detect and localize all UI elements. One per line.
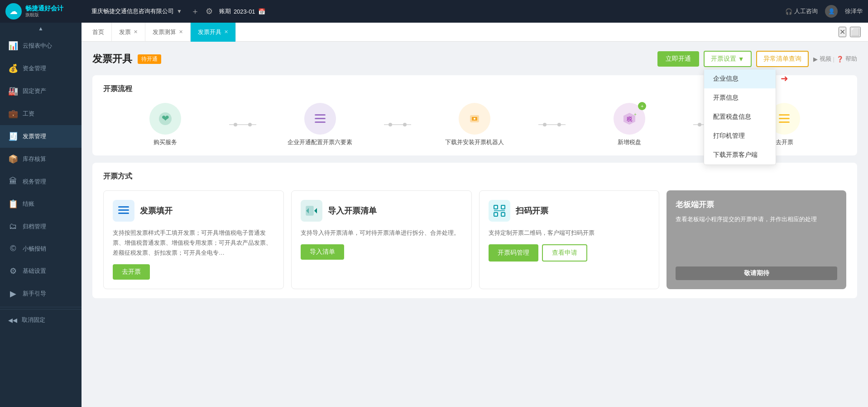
sidebar-item-jiezhang[interactable]: 📋 结账 bbox=[0, 193, 82, 215]
avatar: 👤 bbox=[825, 5, 838, 18]
accounting-period: 账期 2023-01 📅 bbox=[219, 7, 265, 15]
sidebar-item-kucun[interactable]: 📦 库存核算 bbox=[0, 148, 82, 170]
tab-fapiao[interactable]: 发票 ✕ bbox=[112, 23, 145, 42]
main-panel: 首页 发票 ✕ 发票测算 ✕ 发票开具 ✕ ✕ ⬜ 发票开具 bbox=[82, 23, 868, 407]
chevron-down-icon: ▼ bbox=[177, 8, 182, 15]
flow-icon-4: 税+ + bbox=[614, 103, 645, 135]
tab-home-label: 首页 bbox=[92, 28, 104, 36]
dropdown-tax-disk-label: 配置税盘信息 bbox=[713, 113, 751, 120]
settings-icon[interactable]: ⚙ bbox=[206, 6, 213, 16]
svg-rect-11 bbox=[779, 114, 790, 116]
archive-icon: 🗂 bbox=[8, 222, 18, 231]
sidebar-item-gongzi[interactable]: 💼 工资 bbox=[0, 102, 82, 125]
svg-rect-13 bbox=[779, 121, 790, 123]
headset-icon: 🎧 bbox=[785, 8, 792, 15]
scan-view-button[interactable]: 查看申请 bbox=[542, 244, 587, 262]
sidebar-unpin-button[interactable]: ◀◀ 取消固定 bbox=[0, 309, 82, 330]
chart-icon: 📊 bbox=[8, 41, 18, 51]
flow-connector-2 bbox=[384, 124, 411, 125]
dropdown-download-client-label: 下载开票客户端 bbox=[713, 151, 758, 158]
tab-home[interactable]: 首页 bbox=[85, 23, 112, 42]
svg-text:❤: ❤ bbox=[161, 113, 169, 123]
sidebar-scroll-up[interactable]: ▲ bbox=[0, 23, 82, 34]
period-value: 2023-01 bbox=[234, 8, 255, 15]
logo-icon: ☁ bbox=[5, 3, 22, 19]
sidebar-item-guidang[interactable]: 🗂 归档管理 bbox=[0, 215, 82, 237]
sidebar-label-gudingzichan: 固定资产 bbox=[23, 87, 46, 95]
flow-icon-1: ❤ bbox=[149, 103, 181, 135]
dropdown-item-tax-disk[interactable]: 配置税盘信息 bbox=[704, 107, 776, 126]
calendar-icon[interactable]: 📅 bbox=[258, 8, 265, 15]
flow-step-2: 企业开通配置开票六要素 bbox=[258, 103, 382, 146]
sidebar-item-jichushezhi[interactable]: ⚙ 基础设置 bbox=[0, 260, 82, 282]
settings-dropdown-button[interactable]: 开票设置 ▼ bbox=[704, 51, 752, 67]
add-tab-button[interactable]: ＋ bbox=[191, 6, 199, 17]
tab-fapiao-label: 发票 bbox=[119, 28, 131, 36]
factory-icon: 🏭 bbox=[8, 86, 18, 96]
close-tab-button[interactable]: ✕ bbox=[839, 27, 846, 37]
gov-icon: 🏛 bbox=[8, 177, 18, 186]
method-header-import: 导入开票清单 bbox=[301, 200, 462, 222]
svg-point-7 bbox=[474, 118, 475, 120]
dropdown-item-download-client[interactable]: 下载开票客户端 bbox=[704, 145, 776, 165]
fill-desc: 支持按照发票样式手工填开发票；可开具增值税电子普通发票、增值税普通发票、增值税专… bbox=[113, 228, 274, 258]
boss-title: 老板端开票 bbox=[676, 199, 837, 210]
box-icon: 📦 bbox=[8, 154, 18, 164]
activate-button[interactable]: 立即开通 bbox=[657, 51, 699, 67]
app-header: ☁ 畅捷通好会计 旗舰版 重庆畅捷交通信息咨询有限公司 ▼ ＋ ⚙ 账期 202… bbox=[0, 0, 868, 23]
dropdown-item-invoice-info[interactable]: 开票信息 bbox=[704, 88, 776, 107]
sidebar-item-shuiwu[interactable]: 🏛 税务管理 bbox=[0, 170, 82, 193]
tab-fapiaocesuan[interactable]: 发票测算 ✕ bbox=[145, 23, 191, 42]
svg-rect-16 bbox=[118, 213, 129, 214]
scan-desc: 支持定制开票二维码，客户端可扫码开票 bbox=[489, 228, 650, 238]
tab-fapiao-close[interactable]: ✕ bbox=[134, 29, 138, 35]
sidebar-label-zijin: 资金管理 bbox=[23, 64, 46, 73]
svg-rect-14 bbox=[118, 206, 129, 208]
sidebar-item-fapiao[interactable]: 🧾 发票管理 bbox=[0, 125, 82, 148]
dropdown-printer-label: 打印机管理 bbox=[713, 132, 745, 139]
sidebar-label-xinshou: 新手引导 bbox=[23, 290, 46, 298]
tab-fapiaokaju-close[interactable]: ✕ bbox=[224, 29, 228, 35]
svg-rect-18 bbox=[494, 205, 498, 209]
method-card-boss: 老板端开票 查看老板端小程序提交的开票申请，并作出相应的处理 敬请期待 bbox=[667, 190, 846, 289]
company-selector[interactable]: 重庆畅捷交通信息咨询有限公司 ▼ bbox=[91, 7, 182, 15]
sidebar-label-guidang: 归档管理 bbox=[23, 223, 46, 231]
flow-label-1: 购买服务 bbox=[153, 138, 177, 146]
sidebar-item-zijin[interactable]: 💰 资金管理 bbox=[0, 57, 82, 80]
gear-icon: ⚙ bbox=[8, 266, 18, 276]
sidebar-label-yunbao: 云报表中心 bbox=[23, 42, 52, 50]
dropdown-item-company-info[interactable]: 企业信息 ➜ bbox=[704, 69, 776, 88]
tab-fapiaocesuan-close[interactable]: ✕ bbox=[179, 29, 183, 35]
sidebar-item-gudingzichan[interactable]: 🏭 固定资产 bbox=[0, 80, 82, 102]
sidebar-bottom-label: 取消固定 bbox=[22, 316, 45, 324]
flow-connector-3 bbox=[538, 124, 566, 125]
scan-manage-button[interactable]: 开票码管理 bbox=[489, 244, 538, 262]
fill-button[interactable]: 去开票 bbox=[113, 264, 150, 280]
sidebar-label-fapiao: 发票管理 bbox=[23, 132, 46, 141]
sidebar-item-yunbao[interactable]: 📊 云报表中心 bbox=[0, 34, 82, 57]
import-title: 导入开票清单 bbox=[328, 205, 377, 216]
import-button[interactable]: 导入清单 bbox=[301, 244, 344, 260]
fill-icon bbox=[113, 200, 134, 222]
tab-fapiaokaju[interactable]: 发票开具 ✕ bbox=[191, 23, 236, 42]
flow-icon-2 bbox=[304, 103, 336, 135]
anomaly-list-button[interactable]: 异常清单查询 bbox=[756, 51, 809, 67]
flow-label-3: 下载并安装开票机器人 bbox=[445, 138, 504, 146]
tab-fapiaocesuan-label: 发票测算 bbox=[153, 28, 176, 36]
sidebar-item-xiaochang[interactable]: © 小畅报销 bbox=[0, 237, 82, 260]
maximize-button[interactable]: ⬜ bbox=[850, 27, 861, 37]
flow-label-4: 新增税盘 bbox=[618, 138, 641, 146]
flow-step-1: ❤ 购买服务 bbox=[103, 103, 227, 146]
method-card-fill: 发票填开 支持按照发票样式手工填开发票；可开具增值税电子普通发票、增值税普通发票… bbox=[103, 190, 284, 289]
dropdown-item-printer[interactable]: 打印机管理 bbox=[704, 126, 776, 145]
tab-bar-actions: ✕ ⬜ bbox=[839, 27, 864, 37]
play-circle-icon: ▶ bbox=[813, 56, 818, 63]
settings-button-label: 开票设置 bbox=[711, 55, 736, 63]
video-help-button[interactable]: ▶ 视频 | ❓ 帮助 bbox=[813, 55, 857, 63]
scan-buttons: 开票码管理 查看申请 bbox=[489, 244, 650, 262]
flow-step-3: 下载并安装开票机器人 bbox=[413, 103, 537, 146]
sidebar-item-xinshou[interactable]: ▶ 新手引导 bbox=[0, 282, 82, 305]
page-title: 发票开具 bbox=[92, 52, 132, 66]
main-layout: ▲ 📊 云报表中心 💰 资金管理 🏭 固定资产 💼 工资 🧾 发票管理 📦 库存… bbox=[0, 23, 868, 407]
consult-button[interactable]: 🎧 人工咨询 bbox=[785, 7, 818, 15]
